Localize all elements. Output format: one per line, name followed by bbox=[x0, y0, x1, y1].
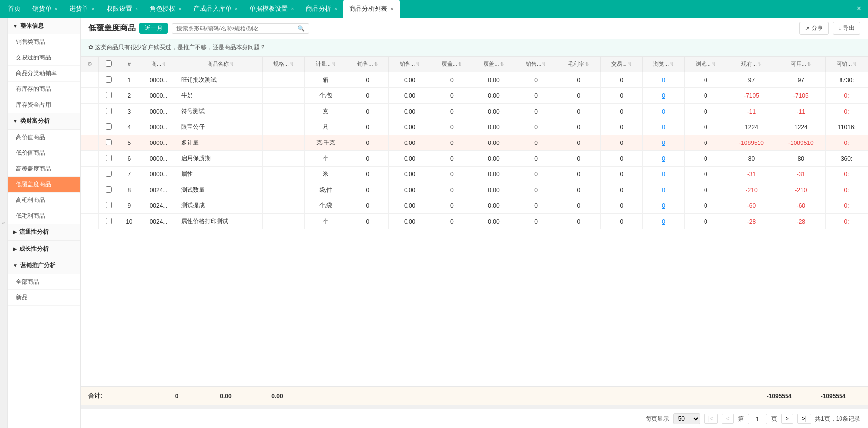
cell-browse1[interactable]: 0 bbox=[643, 119, 685, 135]
last-page-button[interactable]: >| bbox=[797, 414, 811, 424]
table-scroll-area[interactable]: ⚙ # 商...⇅ 商品名称⇅ 规格...⇅ 计量...⇅ 销售...⇅ 销售.… bbox=[81, 56, 868, 386]
sidebar-item-sales-rate[interactable]: 商品分类动销率 bbox=[8, 66, 80, 82]
cell-browse1[interactable]: 0 bbox=[643, 167, 685, 182]
export-icon: ↓ bbox=[838, 25, 841, 32]
cell-checkbox[interactable] bbox=[99, 214, 119, 229]
cell-checkbox[interactable] bbox=[99, 119, 119, 135]
sidebar-section-marketing-analysis[interactable]: ▼ 营销推广分析 bbox=[8, 257, 80, 274]
sidebar-item-fund-usage[interactable]: 库存资金占用 bbox=[8, 97, 80, 113]
cell-browse1[interactable]: 0 bbox=[643, 88, 685, 104]
cell-checkbox[interactable] bbox=[99, 135, 119, 151]
cell-browse1[interactable]: 0 bbox=[643, 214, 685, 229]
tab-analysislist[interactable]: 商品分析列表 × bbox=[343, 0, 399, 18]
th-browse2[interactable]: 浏览...⇅ bbox=[684, 57, 727, 72]
th-available[interactable]: 可用...⇅ bbox=[776, 57, 826, 72]
sidebar-item-high-profit[interactable]: 高毛利商品 bbox=[8, 193, 80, 208]
tab-home[interactable]: 首页 bbox=[2, 0, 27, 18]
th-coverage2[interactable]: 覆盖...⇅ bbox=[473, 57, 515, 72]
th-sales-amt[interactable]: 销售...⇅ bbox=[389, 57, 431, 72]
sidebar-item-low-coverage[interactable]: 低覆盖度商品 bbox=[8, 177, 80, 193]
sidebar-item-all-goods[interactable]: 全部商品 bbox=[8, 274, 80, 290]
tab-roleperms[interactable]: 角色授权 × bbox=[144, 0, 187, 18]
per-page-select[interactable]: 50 20 100 bbox=[673, 413, 700, 424]
tab-sales[interactable]: 销货单 × bbox=[27, 0, 63, 18]
th-browse1[interactable]: 浏览...⇅ bbox=[643, 57, 685, 72]
next-page-button[interactable]: > bbox=[781, 414, 793, 424]
close-analysislist-icon[interactable]: × bbox=[390, 6, 393, 12]
sidebar-item-traded-goods[interactable]: 交易过的商品 bbox=[8, 50, 80, 66]
sidebar-item-high-coverage[interactable]: 高覆盖度商品 bbox=[8, 161, 80, 177]
cell-browse1[interactable]: 0 bbox=[643, 198, 685, 214]
th-checkbox[interactable] bbox=[99, 57, 119, 72]
close-roleperms-icon[interactable]: × bbox=[178, 6, 181, 12]
close-productentry-icon[interactable]: × bbox=[235, 6, 238, 12]
cell-browse1[interactable]: 0 bbox=[643, 151, 685, 167]
close-analysis-icon[interactable]: × bbox=[334, 6, 337, 12]
sidebar-item-new-goods[interactable]: 新品 bbox=[8, 290, 80, 306]
page-input[interactable] bbox=[748, 414, 767, 424]
tab-productentry[interactable]: 产成品入库单 × bbox=[188, 0, 244, 18]
horizontal-scrollbar[interactable] bbox=[81, 405, 868, 409]
select-all-checkbox[interactable] bbox=[106, 60, 112, 67]
th-code[interactable]: 商...⇅ bbox=[139, 57, 178, 72]
tab-analysis[interactable]: 商品分析 × bbox=[300, 0, 343, 18]
close-permissions-icon[interactable]: × bbox=[135, 6, 138, 12]
th-settings[interactable]: ⚙ bbox=[81, 57, 99, 72]
cell-browse1[interactable]: 0 bbox=[643, 104, 685, 119]
sidebar-section-flow-analysis[interactable]: ▶ 流通性分析 bbox=[8, 224, 80, 241]
cell-saleable: 0: bbox=[826, 167, 868, 182]
cell-browse1[interactable]: 0 bbox=[643, 72, 685, 88]
cell-coverage2: 0.00 bbox=[473, 182, 515, 198]
sidebar-item-high-value[interactable]: 高价值商品 bbox=[8, 130, 80, 145]
close-templates-icon[interactable]: × bbox=[291, 6, 294, 12]
sidebar-item-low-value[interactable]: 低价值商品 bbox=[8, 145, 80, 161]
th-saleable[interactable]: 可销...⇅ bbox=[826, 57, 868, 72]
tab-templates[interactable]: 单据模板设置 × bbox=[244, 0, 299, 18]
tab-roleperms-label: 角色授权 bbox=[150, 4, 175, 13]
sidebar-item-low-profit[interactable]: 低毛利商品 bbox=[8, 208, 80, 224]
tab-permissions[interactable]: 权限设置 × bbox=[101, 0, 144, 18]
th-name[interactable]: 商品名称⇅ bbox=[178, 57, 262, 72]
sidebar-section-growth-analysis[interactable]: ▶ 成长性分析 bbox=[8, 241, 80, 257]
cell-browse1[interactable]: 0 bbox=[643, 182, 685, 198]
th-sales-qty[interactable]: 销售...⇅ bbox=[347, 57, 389, 72]
sidebar-item-sales-goods[interactable]: 销售类商品 bbox=[8, 34, 80, 50]
th-gross-rate[interactable]: 毛利率⇅ bbox=[557, 57, 601, 72]
prev-page-button[interactable]: < bbox=[722, 414, 734, 424]
sidebar-collapse-button[interactable]: « bbox=[0, 18, 8, 428]
sidebar-section-value-analysis[interactable]: ▼ 类财富分析 bbox=[8, 113, 80, 130]
cell-checkbox[interactable] bbox=[99, 72, 119, 88]
date-filter-button[interactable]: 近一月 bbox=[139, 23, 168, 34]
table-row: 6 0000... 启用保质期 个 0 0.00 0 0.00 0 0 0 0 … bbox=[81, 151, 868, 167]
close-sales-icon[interactable]: × bbox=[54, 6, 57, 12]
close-purchase-icon[interactable]: × bbox=[91, 6, 94, 12]
cell-checkbox[interactable] bbox=[99, 104, 119, 119]
tab-purchase[interactable]: 进货单 × bbox=[63, 0, 100, 18]
cell-checkbox[interactable] bbox=[99, 167, 119, 182]
cell-unit: 克,千克 bbox=[304, 135, 347, 151]
th-unit[interactable]: 计量...⇅ bbox=[304, 57, 347, 72]
window-close-button[interactable]: × bbox=[852, 4, 866, 13]
th-coverage1[interactable]: 覆盖...⇅ bbox=[431, 57, 473, 72]
search-input[interactable] bbox=[176, 25, 296, 32]
cell-code: 0000... bbox=[139, 151, 178, 167]
search-icon[interactable]: 🔍 bbox=[298, 25, 305, 32]
share-button[interactable]: ↗ 分享 bbox=[799, 22, 829, 35]
cell-browse1[interactable]: 0 bbox=[643, 135, 685, 151]
th-spec[interactable]: 规格...⇅ bbox=[263, 57, 305, 72]
th-current[interactable]: 现有...⇅ bbox=[727, 57, 776, 72]
th-trade[interactable]: 交易...⇅ bbox=[600, 57, 643, 72]
cell-checkbox[interactable] bbox=[99, 151, 119, 167]
sidebar-item-in-stock[interactable]: 有库存的商品 bbox=[8, 82, 80, 97]
first-page-button[interactable]: |< bbox=[704, 414, 718, 424]
export-button[interactable]: ↓ 导出 bbox=[833, 22, 860, 35]
cell-checkbox[interactable] bbox=[99, 182, 119, 198]
cell-name: 符号测试 bbox=[178, 104, 262, 119]
cell-unit: 个 bbox=[304, 151, 347, 167]
sidebar-section-general[interactable]: ▼ 整体信息 bbox=[8, 18, 80, 34]
cell-checkbox[interactable] bbox=[99, 198, 119, 214]
tab-templates-label: 单据模板设置 bbox=[249, 4, 288, 13]
cell-sales-qty: 0 bbox=[347, 72, 389, 88]
th-sales3[interactable]: 销售...⇅ bbox=[515, 57, 557, 72]
cell-checkbox[interactable] bbox=[99, 88, 119, 104]
